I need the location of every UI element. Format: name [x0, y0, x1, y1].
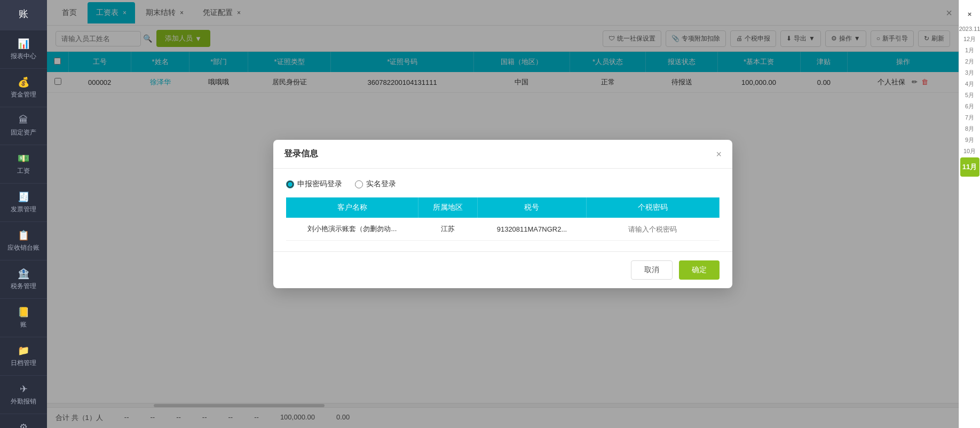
sidebar-item-she[interactable]: ⚙ 设: [0, 414, 47, 428]
modal-row-name: 刘小艳演示账套（勿删勿动...: [286, 218, 418, 241]
baobiao-icon: 📊: [4, 38, 43, 50]
radio-realname-text: 实名登录: [366, 179, 396, 189]
modal-row-region: 江苏: [418, 218, 478, 241]
modal-close-button[interactable]: ×: [716, 149, 722, 159]
sidebar-item-shuiwu[interactable]: 🏦 税务管理: [0, 260, 47, 299]
radio-password-label[interactable]: 申报密码登录: [286, 179, 342, 189]
zijin-icon: 💰: [4, 76, 43, 88]
sidebar-item-label: 资金管理: [4, 90, 43, 99]
modal-client-table: 客户名称 所属地区 税号 个税密码 刘小艳演示账套（勿删勿动... 江苏 913…: [286, 197, 720, 241]
shuiwu-icon: 🏦: [4, 268, 43, 280]
gudingzichan-icon: 🏛: [4, 115, 43, 126]
sidebar-item-label: 工资: [4, 167, 43, 176]
radio-password[interactable]: [286, 180, 294, 188]
right-panel-year: 2023.11: [959, 25, 980, 33]
modal-title: 登录信息: [284, 148, 318, 160]
modal-col-name: 客户名称: [286, 197, 418, 218]
sidebar: 账 📊 报表中心 💰 资金管理 🏛 固定资产 💵 工资 🧾 发票管理 📋 应收销…: [0, 0, 47, 428]
right-panel-feb[interactable]: 2月: [965, 57, 974, 67]
modal-col-taxno: 税号: [478, 197, 587, 218]
sidebar-item-zijin[interactable]: 💰 资金管理: [0, 69, 47, 107]
right-panel-nov[interactable]: 11月: [960, 157, 979, 177]
sidebar-item-zhang[interactable]: 账: [0, 0, 47, 30]
sidebar-item-label: 账: [4, 320, 43, 329]
sidebar-item-label: 外勤报销: [4, 397, 43, 406]
right-panel-aug[interactable]: 8月: [965, 124, 974, 134]
modal-body: 申报密码登录 实名登录 客户名称 所属地区 税号 个税密码: [273, 169, 732, 251]
fapiao-icon: 🧾: [4, 191, 43, 203]
yingshou-icon: 📋: [4, 229, 43, 241]
modal-col-region: 所属地区: [418, 197, 478, 218]
modal-row-taxno: 91320811MA7NGR2...: [478, 218, 587, 241]
sidebar-item-baoxiao[interactable]: ✈ 外勤报销: [0, 376, 47, 414]
she-icon: ⚙: [4, 422, 43, 428]
modal-row-taxpassword[interactable]: [586, 218, 719, 241]
sidebar-item-gongzi[interactable]: 💵 工资: [0, 145, 47, 184]
radio-password-text: 申报密码登录: [297, 179, 342, 189]
login-type-radio-group: 申报密码登录 实名登录: [286, 179, 720, 189]
modal-table-row: 刘小艳演示账套（勿删勿动... 江苏 91320811MA7NGR2...: [286, 218, 720, 241]
sidebar-item-fapiao[interactable]: 🧾 发票管理: [0, 184, 47, 222]
zhang-icon: 账: [4, 7, 43, 20]
sidebar-item-label: 日档管理: [4, 359, 43, 368]
right-panel-dec[interactable]: 12月: [963, 34, 976, 44]
sidebar-item-label: 发票管理: [4, 205, 43, 214]
gongzi-icon: 💵: [4, 153, 43, 164]
modal-col-taxpassword: 个税密码: [586, 197, 719, 218]
right-panel-sep[interactable]: 9月: [965, 135, 974, 145]
sidebar-item-yingshou[interactable]: 📋 应收销台账: [0, 222, 47, 260]
login-modal: 登录信息 × 申报密码登录 实名登录: [273, 140, 732, 288]
sidebar-item-label: 固定资产: [4, 128, 43, 137]
tax-password-input[interactable]: [595, 225, 710, 233]
modal-overlay: 登录信息 × 申报密码登录 实名登录: [47, 0, 959, 428]
right-panel-oct[interactable]: 10月: [963, 146, 976, 156]
modal-header: 登录信息 ×: [273, 140, 732, 169]
modal-footer: 取消 确定: [273, 251, 732, 288]
radio-realname-label[interactable]: 实名登录: [355, 179, 396, 189]
right-panel: × 2023.11 12月 1月 2月 3月 4月 5月 6月 7月 8月 9月…: [959, 0, 980, 428]
zhang2-icon: 📒: [4, 306, 43, 318]
sidebar-item-label: 应收销台账: [4, 243, 43, 252]
sidebar-item-zhang2[interactable]: 📒 账: [0, 299, 47, 337]
sidebar-item-label: 税务管理: [4, 282, 43, 291]
right-panel-close[interactable]: ×: [960, 4, 979, 23]
sidebar-item-gudingzichan[interactable]: 🏛 固定资产: [0, 107, 47, 145]
confirm-button[interactable]: 确定: [679, 260, 720, 280]
sidebar-item-dang[interactable]: 📁 日档管理: [0, 337, 47, 376]
sidebar-item-label: 报表中心: [4, 52, 43, 61]
right-panel-may[interactable]: 5月: [965, 90, 974, 100]
right-panel-jan[interactable]: 1月: [965, 45, 974, 56]
right-panel-jul[interactable]: 7月: [965, 113, 974, 123]
radio-realname[interactable]: [355, 180, 363, 188]
right-panel-jun[interactable]: 6月: [965, 101, 974, 112]
cancel-button[interactable]: 取消: [631, 260, 673, 280]
modal-table-header-row: 客户名称 所属地区 税号 个税密码: [286, 197, 720, 218]
sidebar-item-baobiao[interactable]: 📊 报表中心: [0, 30, 47, 69]
baoxiao-icon: ✈: [4, 383, 43, 395]
dang-icon: 📁: [4, 345, 43, 356]
right-panel-mar[interactable]: 3月: [965, 68, 974, 78]
main-content: 首页 工资表 × 期末结转 × 凭证配置 × × 🔍 添加人员 ▼ 🛡 统一社保…: [47, 0, 959, 428]
right-panel-apr[interactable]: 4月: [965, 79, 974, 89]
